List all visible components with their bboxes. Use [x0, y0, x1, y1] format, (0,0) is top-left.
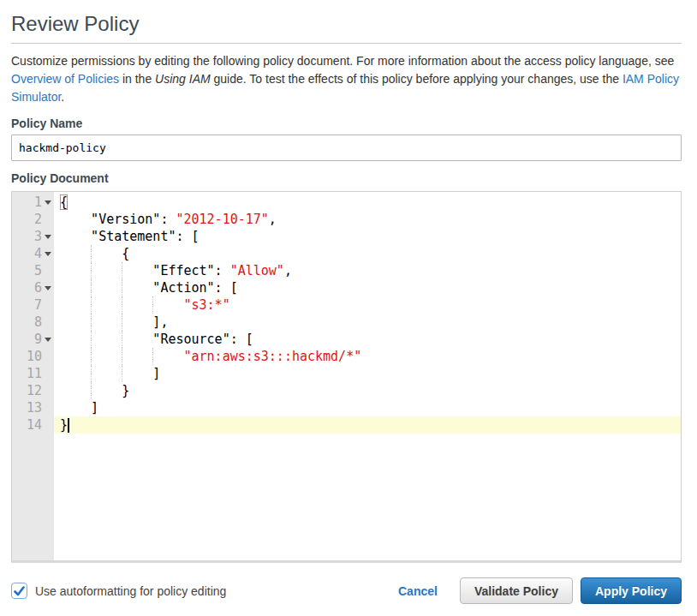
code-line-5[interactable]: "Effect": "Allow", [54, 262, 681, 279]
code-line-4[interactable]: { [54, 245, 681, 262]
indent-guide [122, 279, 122, 296]
code-line-12[interactable]: } [54, 382, 681, 399]
code-text: } [60, 417, 68, 433]
gutter-line-7: 7 [12, 296, 54, 314]
code-line-1[interactable]: { [54, 194, 681, 211]
indent-guide [91, 331, 92, 348]
gutter-line-10: 10 [12, 348, 54, 365]
autoformat-checkbox[interactable] [11, 583, 27, 599]
text-cursor [68, 418, 69, 433]
intro-paragraph: Customize permissions by editing the fol… [11, 52, 682, 106]
code-text: , [284, 263, 292, 278]
line-number: 11 [27, 365, 42, 382]
indent-guide [91, 279, 92, 296]
line-number: 14 [27, 416, 42, 434]
intro-text-3: guide. To test the effects of this polic… [211, 72, 623, 86]
json-string-value: "arn:aws:s3:::hackmd/*" [184, 349, 362, 364]
code-text: ] [60, 400, 98, 416]
code-line-13[interactable]: ] [54, 399, 681, 416]
fold-arrow-icon[interactable] [45, 338, 51, 342]
code-line-3[interactable]: "Statement": [ [54, 228, 681, 245]
indent-guide [122, 314, 122, 331]
json-string-value: "s3:*" [184, 297, 230, 313]
code-line-7[interactable]: "s3:*" [54, 296, 681, 314]
gutter-line-13: 13 [12, 399, 54, 416]
intro-text-1: Customize permissions by editing the fol… [11, 54, 674, 68]
intro-text-4: . [61, 90, 64, 104]
gutter-line-3: 3 [12, 228, 54, 245]
code-line-6[interactable]: "Action": [ [54, 279, 681, 296]
json-string-value: "2012-10-17" [176, 212, 268, 227]
indent-guide [91, 262, 92, 279]
line-number: 12 [27, 382, 42, 399]
line-number: 5 [34, 262, 42, 279]
apply-policy-button[interactable]: Apply Policy [581, 577, 682, 604]
code-text: } [60, 383, 129, 398]
indent-guide [91, 314, 92, 331]
indent-guide [91, 382, 92, 399]
autoformat-label: Use autoformatting for policy editing [35, 584, 226, 598]
intro-text-2: in the [119, 72, 155, 86]
gutter-line-5: 5 [12, 262, 54, 279]
line-number: 1 [34, 194, 42, 211]
policy-document-editor[interactable]: 1234567891011121314 { "Version": "2012-1… [11, 191, 682, 563]
gutter-line-2: 2 [12, 211, 54, 228]
code-text: ], [60, 314, 168, 330]
line-number: 9 [34, 331, 42, 348]
gutter-line-4: 4 [12, 245, 54, 262]
indent-guide [152, 296, 153, 314]
code-text: { [60, 246, 129, 261]
review-policy-page: Review Policy Customize permissions by e… [0, 0, 697, 616]
line-number: 10 [27, 348, 42, 365]
indent-guide [122, 296, 122, 314]
policy-name-input[interactable] [11, 135, 682, 161]
code-text: "Version": [60, 212, 176, 227]
code-text: ] [60, 366, 160, 381]
footer-bar: Use autoformatting for policy editing Ca… [11, 577, 682, 604]
json-string-value: "Allow" [230, 263, 284, 278]
policy-name-label: Policy Name [11, 117, 682, 130]
line-number: 8 [34, 314, 42, 331]
gutter-line-6: 6 [12, 279, 54, 296]
line-number: 13 [27, 399, 42, 416]
indent-guide [91, 348, 92, 365]
fold-arrow-icon[interactable] [45, 252, 51, 256]
code-line-8[interactable]: ], [54, 314, 681, 331]
code-line-9[interactable]: "Resource": [ [54, 331, 681, 348]
line-number: 4 [34, 245, 42, 262]
gutter-line-11: 11 [12, 365, 54, 382]
line-number: 2 [34, 211, 42, 228]
matched-brace: { [60, 194, 68, 210]
editor-code-area[interactable]: { "Version": "2012-10-17", "Statement": … [54, 192, 681, 560]
overview-of-policies-link[interactable]: Overview of Policies [11, 72, 119, 86]
fold-arrow-icon[interactable] [45, 200, 51, 205]
code-line-11[interactable]: ] [54, 365, 681, 382]
fold-arrow-icon[interactable] [45, 286, 51, 290]
indent-guide [122, 331, 122, 348]
fold-arrow-icon[interactable] [45, 235, 51, 239]
indent-guide [122, 348, 122, 365]
indent-guide [122, 365, 122, 382]
page-title: Review Policy [11, 12, 682, 36]
title-divider [11, 43, 682, 44]
indent-guide [91, 245, 92, 262]
indent-guide [152, 348, 153, 365]
line-number: 7 [34, 296, 42, 314]
gutter-line-8: 8 [12, 314, 54, 331]
indent-guide [91, 296, 92, 314]
indent-guide [122, 262, 122, 279]
policy-document-label: Policy Document [11, 171, 682, 185]
code-text: , [269, 212, 277, 227]
code-line-10[interactable]: "arn:aws:s3:::hackmd/*" [54, 348, 681, 365]
code-line-14[interactable]: } [54, 416, 681, 434]
validate-policy-button[interactable]: Validate Policy [460, 577, 573, 604]
code-text: "Statement": [ [60, 229, 200, 244]
code-text: "Resource": [ [60, 332, 253, 347]
indent-guide [91, 365, 92, 382]
cancel-link[interactable]: Cancel [398, 584, 438, 598]
gutter-line-1: 1 [12, 194, 54, 211]
using-iam-guide-name: Using IAM [155, 72, 211, 86]
code-line-2[interactable]: "Version": "2012-10-17", [54, 211, 681, 228]
line-number: 6 [34, 279, 42, 296]
gutter-line-14: 14 [12, 416, 54, 434]
